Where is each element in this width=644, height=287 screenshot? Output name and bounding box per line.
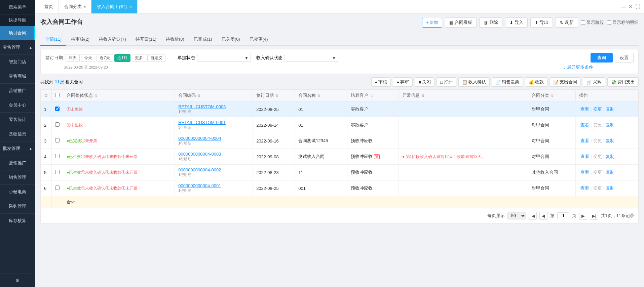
date-btn-近7天[interactable]: 近7天 [97, 54, 113, 62]
action-复制-btn[interactable]: 复制 [604, 122, 616, 127]
filter-tab-pending_payment[interactable]: 待收款(8) [161, 34, 189, 46]
action-查看-btn[interactable]: 查看 [579, 122, 591, 127]
filter-tab-completed[interactable]: 已完成(1) [189, 34, 217, 46]
action-复制-btn[interactable]: 复制 [604, 138, 616, 143]
filter-tab-pending_invoice[interactable]: 待开票(11) [131, 34, 161, 46]
sidebar-item-营销推广[interactable]: 营销推广 [0, 156, 35, 170]
action-变更-btn[interactable]: 变更 [592, 138, 603, 143]
sidebar-item-零售商城[interactable]: 零售商城 [0, 69, 35, 84]
row-checkbox[interactable] [55, 138, 60, 142]
filter-tab-changed[interactable]: 已变更(4) [245, 34, 273, 46]
purchase-btn[interactable]: 🛒 采购 [583, 77, 605, 87]
date-btn-自定义[interactable]: 自定义 [147, 54, 165, 62]
action-复制-btn[interactable]: 复制 [604, 186, 616, 191]
contract-code-link[interactable]: 0000000000004-0002 [178, 167, 221, 172]
date-btn-更多[interactable]: 更多 [132, 54, 146, 62]
filter-tab-pending_review[interactable]: 待审核(2) [66, 34, 94, 46]
action-复制-btn[interactable]: 复制 [604, 154, 616, 159]
contract-code-link[interactable]: RETAIL_CUSTOM-0001 [178, 120, 226, 125]
action-查看-btn[interactable]: 查看 [579, 186, 591, 191]
page-number-input[interactable] [557, 212, 569, 219]
close-icon[interactable]: ✕ [629, 4, 633, 9]
minimize-icon[interactable]: — [621, 4, 626, 9]
collection-btn[interactable]: 💰 收款 [525, 77, 547, 87]
last-page-btn[interactable]: ▶| [590, 212, 598, 220]
action-复制-btn[interactable]: 复制 [604, 107, 616, 112]
contract-code-link[interactable]: RETAIL_CUSTOM-0003 [178, 104, 226, 109]
sidebar-item-零售管理[interactable]: 零售管理▲ [0, 40, 35, 55]
doc-status-select[interactable]: ▼ [197, 54, 251, 62]
show-note-checkbox[interactable] [607, 20, 611, 25]
row-checkbox[interactable] [55, 107, 60, 111]
expense-out-btn[interactable]: 📝 支出合同 [550, 77, 581, 87]
tab-首页[interactable]: 首页 [39, 0, 59, 13]
prev-page-btn[interactable]: ◀ [539, 212, 547, 220]
date-btn-今天[interactable]: 今天 [81, 54, 95, 62]
sidebar-item-销售管理[interactable]: 销售管理 [0, 170, 35, 185]
filter-tab-all[interactable]: 全部(11) [40, 34, 66, 46]
close-contract-btn[interactable]: ■ 关闭 [415, 77, 434, 87]
abandon-btn[interactable]: ● 弃审 [393, 77, 413, 87]
new-button[interactable]: + 新增 [422, 18, 442, 28]
revenue-confirm-select[interactable]: ▼ [285, 54, 338, 62]
sidebar-item-营销推广[interactable]: 营销推广 [0, 84, 35, 98]
action-查看-btn[interactable]: 查看 [579, 138, 591, 143]
select-all-checkbox[interactable] [55, 93, 60, 97]
sidebar-item-会员中心[interactable]: 会员中心 [0, 98, 35, 113]
audit-btn[interactable]: ● 审核 [371, 77, 391, 87]
show-stage-checkbox[interactable] [581, 20, 585, 25]
sidebar-item-项目合同[interactable]: 项目合同 [0, 26, 35, 40]
tab-收入合同工作台[interactable]: 收入合同工作台× [91, 0, 137, 13]
sidebar-item-智慧门店[interactable]: 智慧门店 [0, 55, 35, 69]
date-btn-近1月[interactable]: 近1月 [114, 54, 131, 62]
tab-close-icon[interactable]: × [129, 5, 131, 9]
date-btn-昨天[interactable]: 昨天 [66, 54, 80, 62]
contract-code-link[interactable]: 0000000000004-0003 [178, 152, 221, 157]
filter-tab-pending_confirm[interactable]: 待收入确认(7) [94, 34, 131, 46]
action-复制-btn[interactable]: 复制 [604, 170, 616, 175]
action-变更-btn[interactable]: 变更 [592, 107, 603, 112]
open-btn[interactable]: □ 打开 [437, 77, 456, 87]
contract-code-link[interactable]: 0000000000004-0004 [178, 136, 221, 141]
action-变更-btn[interactable]: 变更 [592, 170, 603, 175]
row-checkbox[interactable] [55, 122, 60, 127]
sidebar-item-采购管理[interactable]: 采购管理 [0, 199, 35, 214]
action-变更-btn[interactable]: 变更 [592, 186, 603, 191]
delete-button[interactable]: 🗑 删除 [479, 17, 502, 28]
contract-code-link[interactable]: 0000000000004-0001 [178, 183, 221, 188]
sidebar-search[interactable]: 搜索菜单 [0, 0, 35, 14]
page-size-select[interactable]: 50 10 20 100 [507, 212, 526, 219]
settings-gear-icon[interactable]: ⚙ [44, 93, 48, 98]
tab-合同分类[interactable]: 合同分类× [59, 0, 91, 13]
filter-tab-closed[interactable]: 已关闭(0) [217, 34, 245, 46]
sidebar-item-批发管理[interactable]: 批发管理▲ [0, 141, 35, 156]
settings-button[interactable]: 设置 [615, 53, 634, 63]
import-button[interactable]: ⬇ 导入 [505, 17, 528, 28]
revenue-confirm-btn[interactable]: 📋 收入确认 [458, 77, 490, 87]
export-button[interactable]: ⬆ 导出 [530, 17, 553, 28]
row-checkbox[interactable] [55, 170, 60, 174]
action-变更-btn[interactable]: 变更 [592, 154, 603, 159]
sidebar-item-小畅电商[interactable]: 小畅电商 [0, 185, 35, 199]
action-查看-btn[interactable]: 查看 [579, 107, 591, 112]
action-查看-btn[interactable]: 查看 [579, 170, 591, 175]
sidebar-item-基础信息[interactable]: 基础信息 [0, 127, 35, 141]
sidebar-item-库存核算[interactable]: 库存核算 [0, 214, 35, 228]
sales-invoice-btn[interactable]: 📄 销售发票 [492, 77, 523, 87]
query-button[interactable]: 查询 [591, 53, 613, 63]
expand-conditions-btn[interactable]: ⌄ 展开更多条件 [563, 64, 593, 70]
kanban-button[interactable]: ▦ 合同看板 [445, 17, 477, 28]
row-checkbox[interactable] [55, 154, 60, 158]
sidebar-item-零售统计[interactable]: 零售统计 [0, 113, 35, 127]
first-page-btn[interactable]: |◀ [529, 212, 537, 220]
action-查看-btn[interactable]: 查看 [579, 154, 591, 159]
sidebar-settings-btn[interactable]: ⚙ [0, 274, 35, 287]
row-checkbox[interactable] [55, 186, 60, 190]
next-page-btn[interactable]: ▶ [579, 212, 587, 220]
expense-btn[interactable]: 💸 费用支出 [607, 77, 639, 87]
refresh-button[interactable]: ↻ 刷新 [556, 17, 578, 28]
tab-close-icon[interactable]: × [84, 5, 86, 9]
sidebar-quicknav[interactable]: 快捷导航 [0, 14, 35, 26]
action-变更-btn[interactable]: 变更 [592, 122, 603, 127]
maximize-icon[interactable]: ⛶ [635, 4, 640, 9]
